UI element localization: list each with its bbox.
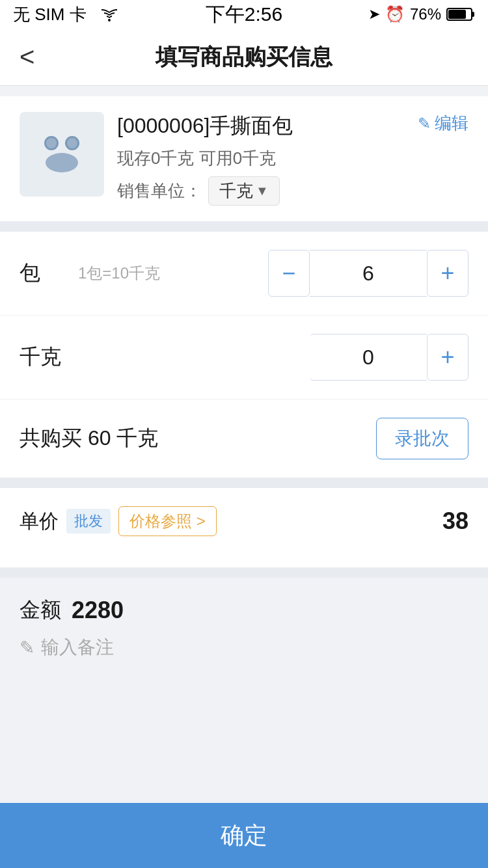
- section-divider-1: [0, 221, 488, 232]
- kg-label: 千克: [20, 343, 72, 372]
- price-type-badge: 批发: [66, 509, 111, 534]
- bao-increment-button[interactable]: +: [427, 250, 468, 297]
- product-image: [20, 112, 104, 197]
- owl-eye-left: [44, 136, 59, 150]
- kg-increment-button[interactable]: +: [427, 334, 468, 381]
- price-value: 38: [442, 508, 468, 535]
- remark-row[interactable]: ✎ 输入备注: [20, 635, 468, 660]
- bao-hint: 1包=10千克: [78, 263, 268, 284]
- confirm-button-label: 确定: [221, 820, 267, 852]
- bao-label: 包: [20, 259, 72, 288]
- carrier-text: 无 SIM 卡: [13, 3, 118, 26]
- owl-eye-right: [65, 136, 79, 150]
- bao-quantity-control: − +: [268, 250, 468, 297]
- price-label: 单价: [20, 508, 59, 535]
- status-right: ➤ ⏰ 76%: [368, 5, 475, 23]
- quantity-section: 包 1包=10千克 − + 千克 + 共购买 60 千克 录批次: [0, 232, 488, 478]
- battery-text: 76%: [410, 5, 441, 23]
- svg-rect-2: [472, 12, 474, 17]
- amount-value: 2280: [72, 597, 124, 624]
- owl-body: [46, 153, 78, 172]
- price-row: 单价 批发 价格参照 > 38: [20, 506, 468, 536]
- quantity-bao-row: 包 1包=10千克 − +: [0, 232, 488, 316]
- product-card: [0000006]手撕面包 现存0千克 可用0千克 销售单位： 千克 ▼ ✎ 编…: [0, 96, 488, 221]
- back-button[interactable]: <: [20, 42, 34, 72]
- price-section: 单价 批发 价格参照 > 38: [0, 488, 488, 567]
- bao-decrement-button[interactable]: −: [268, 250, 310, 297]
- section-divider-2: [0, 478, 488, 488]
- product-info: [0000006]手撕面包 现存0千克 可用0千克 销售单位： 千克 ▼: [117, 112, 468, 206]
- edit-button[interactable]: ✎ 编辑: [418, 112, 468, 135]
- edit-label: 编辑: [435, 112, 468, 135]
- unit-label: 销售单位：: [117, 180, 202, 202]
- confirm-bar[interactable]: 确定: [0, 803, 488, 868]
- nav-bar: < 填写商品购买信息: [0, 29, 488, 86]
- price-label-group: 单价 批发 价格参照 >: [20, 506, 217, 536]
- bao-quantity-input[interactable]: [310, 250, 427, 297]
- section-divider-3: [0, 567, 488, 578]
- remark-placeholder: 输入备注: [41, 635, 114, 660]
- unit-value: 千克: [219, 180, 253, 202]
- record-batch-button[interactable]: 录批次: [376, 418, 468, 459]
- kg-quantity-control: +: [310, 334, 468, 381]
- battery-icon: [446, 7, 475, 21]
- remark-edit-icon: ✎: [20, 637, 34, 658]
- total-text: 共购买 60 千克: [20, 424, 158, 453]
- kg-quantity-input[interactable]: [310, 334, 427, 381]
- status-time: 下午2:56: [206, 1, 282, 28]
- product-logo: [44, 136, 79, 172]
- location-icon: ➤: [368, 6, 380, 23]
- svg-point-0: [108, 19, 111, 21]
- page-title: 填写商品购买信息: [156, 42, 332, 72]
- product-name: [0000006]手撕面包: [117, 112, 468, 141]
- unit-dropdown-arrow: ▼: [256, 183, 269, 198]
- edit-icon: ✎: [418, 115, 431, 133]
- alarm-icon: ⏰: [385, 5, 405, 23]
- svg-rect-3: [448, 10, 466, 19]
- product-unit-row: 销售单位： 千克 ▼: [117, 176, 468, 206]
- total-row: 共购买 60 千克 录批次: [0, 400, 488, 478]
- status-bar: 无 SIM 卡 下午2:56 ➤ ⏰ 76%: [0, 0, 488, 29]
- amount-row: 金额 2280: [20, 596, 468, 625]
- price-ref-button[interactable]: 价格参照 >: [118, 506, 217, 536]
- product-stock: 现存0千克 可用0千克: [117, 147, 468, 170]
- amount-label: 金额: [20, 596, 61, 625]
- amount-section: 金额 2280 ✎ 输入备注: [0, 578, 488, 678]
- quantity-kg-row: 千克 +: [0, 316, 488, 400]
- unit-badge[interactable]: 千克 ▼: [208, 176, 280, 206]
